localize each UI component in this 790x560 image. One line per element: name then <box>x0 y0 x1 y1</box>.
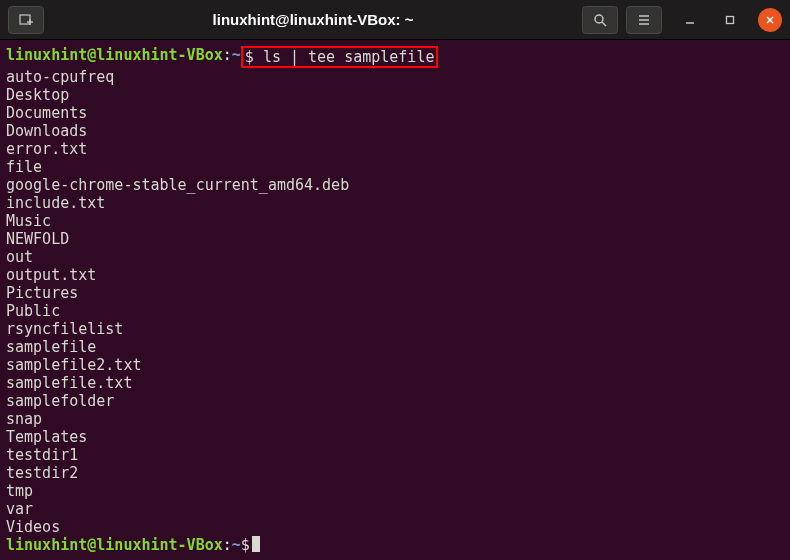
close-icon <box>765 15 775 25</box>
close-button[interactable] <box>758 8 782 32</box>
menu-button[interactable] <box>626 6 662 34</box>
output-line: auto-cpufreq <box>6 68 784 86</box>
prompt-dollar-2: $ <box>241 536 250 554</box>
terminal-content[interactable]: linuxhint@linuxhint-VBox:~$ ls | tee sam… <box>0 40 790 560</box>
output-line: Documents <box>6 104 784 122</box>
output-line: NEWFOLD <box>6 230 784 248</box>
output-container: auto-cpufreqDesktopDocumentsDownloadserr… <box>6 68 784 536</box>
prompt-path: ~ <box>232 46 241 68</box>
search-icon <box>593 13 607 27</box>
hamburger-icon <box>637 13 651 27</box>
svg-point-3 <box>595 15 603 23</box>
output-line: samplefile <box>6 338 784 356</box>
new-tab-icon <box>18 12 34 28</box>
output-line: testdir2 <box>6 464 784 482</box>
maximize-icon <box>725 15 735 25</box>
output-line: include.txt <box>6 194 784 212</box>
prompt-userhost: linuxhint@linuxhint-VBox <box>6 46 223 68</box>
output-line: samplefile2.txt <box>6 356 784 374</box>
output-line: samplefile.txt <box>6 374 784 392</box>
output-line: Music <box>6 212 784 230</box>
prompt-dollar: $ <box>245 48 263 66</box>
output-line: error.txt <box>6 140 784 158</box>
output-line: google-chrome-stable_current_amd64.deb <box>6 176 784 194</box>
output-line: snap <box>6 410 784 428</box>
maximize-button[interactable] <box>718 8 742 32</box>
cursor <box>252 536 260 552</box>
output-line: rsyncfilelist <box>6 320 784 338</box>
output-line: out <box>6 248 784 266</box>
output-line: Videos <box>6 518 784 536</box>
svg-line-4 <box>602 22 606 26</box>
output-line: var <box>6 500 784 518</box>
window-title: linuxhint@linuxhint-VBox: ~ <box>44 11 582 28</box>
output-line: file <box>6 158 784 176</box>
prompt-line-2: linuxhint@linuxhint-VBox:~$ <box>6 536 784 554</box>
output-line: testdir1 <box>6 446 784 464</box>
minimize-icon <box>685 15 695 25</box>
svg-rect-9 <box>727 16 734 23</box>
output-line: samplefolder <box>6 392 784 410</box>
command-text: ls | tee samplefile <box>263 48 435 66</box>
output-line: Downloads <box>6 122 784 140</box>
output-line: output.txt <box>6 266 784 284</box>
minimize-button[interactable] <box>678 8 702 32</box>
output-line: Public <box>6 302 784 320</box>
search-button[interactable] <box>582 6 618 34</box>
command-highlight: $ ls | tee samplefile <box>241 46 439 68</box>
prompt-colon-2: : <box>223 536 232 554</box>
prompt-colon: : <box>223 46 232 68</box>
right-controls <box>582 6 782 34</box>
prompt-path-2: ~ <box>232 536 241 554</box>
output-line: Pictures <box>6 284 784 302</box>
titlebar: linuxhint@linuxhint-VBox: ~ <box>0 0 790 40</box>
output-line: Templates <box>6 428 784 446</box>
output-line: tmp <box>6 482 784 500</box>
prompt-line-1: linuxhint@linuxhint-VBox:~$ ls | tee sam… <box>6 46 784 68</box>
prompt-userhost-2: linuxhint@linuxhint-VBox <box>6 536 223 554</box>
new-tab-button[interactable] <box>8 6 44 34</box>
output-line: Desktop <box>6 86 784 104</box>
